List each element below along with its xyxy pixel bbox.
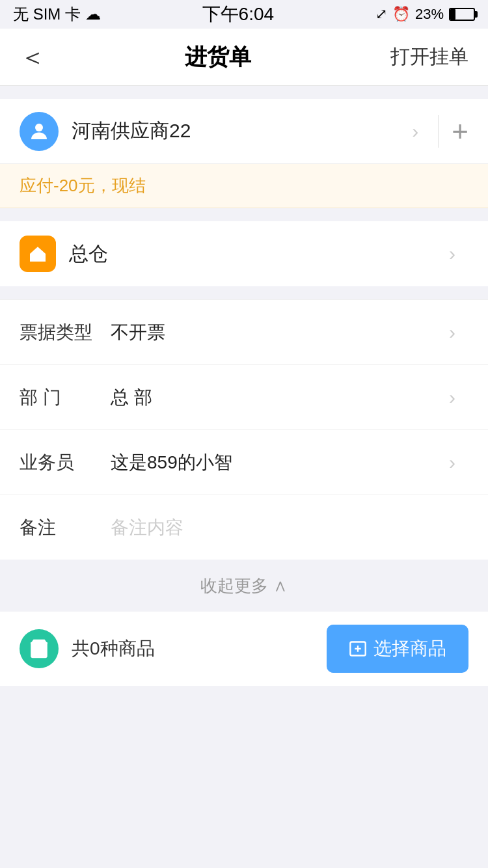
supplier-row[interactable]: 河南供应商22 › + — [0, 99, 488, 164]
product-count-text: 共0种商品 — [72, 636, 314, 661]
warehouse-icon — [20, 236, 56, 272]
salesperson-value: 这是859的小智 — [104, 450, 449, 475]
section-gap-1 — [0, 86, 488, 99]
status-time: 下午6:04 — [202, 2, 275, 27]
main-background — [0, 686, 488, 868]
status-bar: 无 SIM 卡 ☁ 下午6:04 ⤢ ⏰ 23% — [0, 0, 488, 29]
warehouse-section: 总仓 › — [0, 221, 488, 286]
house-icon — [27, 243, 48, 264]
department-value: 总 部 — [104, 385, 449, 410]
add-supplier-button[interactable]: + — [452, 117, 468, 146]
open-pending-button[interactable]: 打开挂单 — [390, 44, 468, 70]
supplier-avatar — [20, 112, 59, 151]
department-label: 部 门 — [20, 385, 104, 410]
notice-text: 应付-20元，现结 — [20, 176, 146, 195]
warehouse-name: 总仓 — [69, 241, 449, 267]
invoice-type-value: 不开票 — [104, 320, 449, 345]
supplier-chevron-icon: › — [412, 120, 418, 142]
status-carrier: 无 SIM 卡 ☁ — [13, 4, 101, 25]
collapse-label: 收起更多 ∧ — [200, 575, 287, 597]
remark-row[interactable]: 备注 备注内容 — [0, 495, 488, 560]
battery-icon — [449, 8, 475, 21]
salesperson-chevron-icon: › — [449, 452, 455, 474]
cart-icon — [28, 638, 50, 660]
vertical-divider — [438, 115, 439, 148]
salesperson-label: 业务员 — [20, 450, 104, 475]
content: 河南供应商22 › + 应付-20元，现结 总仓 › 票据类型 不开 — [0, 86, 488, 868]
bottom-bar: 共0种商品 选择商品 — [0, 612, 488, 686]
page-title: 进货单 — [185, 42, 251, 72]
warehouse-chevron-icon: › — [449, 243, 455, 265]
supplier-section: 河南供应商22 › + 应付-20元，现结 — [0, 99, 488, 208]
person-icon — [27, 120, 51, 143]
add-product-icon — [349, 640, 367, 658]
section-gap-2 — [0, 208, 488, 221]
salesperson-row[interactable]: 业务员 这是859的小智 › — [0, 429, 488, 495]
status-right: ⤢ ⏰ 23% — [375, 6, 475, 23]
supplier-name: 河南供应商22 — [72, 118, 412, 144]
battery-text: 23% — [415, 6, 444, 23]
select-product-label: 选择商品 — [373, 636, 446, 661]
department-row[interactable]: 部 门 总 部 › — [0, 364, 488, 429]
invoice-type-chevron-icon: › — [449, 321, 455, 344]
collapse-row[interactable]: 收起更多 ∧ — [0, 560, 488, 612]
alarm-icon: ⏰ — [392, 6, 410, 23]
invoice-type-label: 票据类型 — [20, 320, 104, 345]
back-button[interactable]: ＜ — [20, 39, 46, 75]
department-chevron-icon: › — [449, 387, 455, 409]
notice-bar: 应付-20元，现结 — [0, 164, 488, 208]
form-section: 票据类型 不开票 › 部 门 总 部 › 业务员 这是859的小智 › 备注 备… — [0, 299, 488, 560]
svg-rect-1 — [35, 256, 40, 262]
svg-point-0 — [35, 124, 43, 131]
remark-label: 备注 — [20, 515, 104, 540]
product-count-icon — [20, 629, 59, 668]
nav-bar: ＜ 进货单 打开挂单 — [0, 29, 488, 86]
remark-input[interactable]: 备注内容 — [104, 515, 468, 540]
invoice-type-row[interactable]: 票据类型 不开票 › — [0, 299, 488, 364]
warehouse-row[interactable]: 总仓 › — [0, 221, 488, 286]
section-gap-3 — [0, 286, 488, 299]
select-product-button[interactable]: 选择商品 — [327, 625, 468, 673]
location-icon: ⤢ — [375, 6, 387, 23]
